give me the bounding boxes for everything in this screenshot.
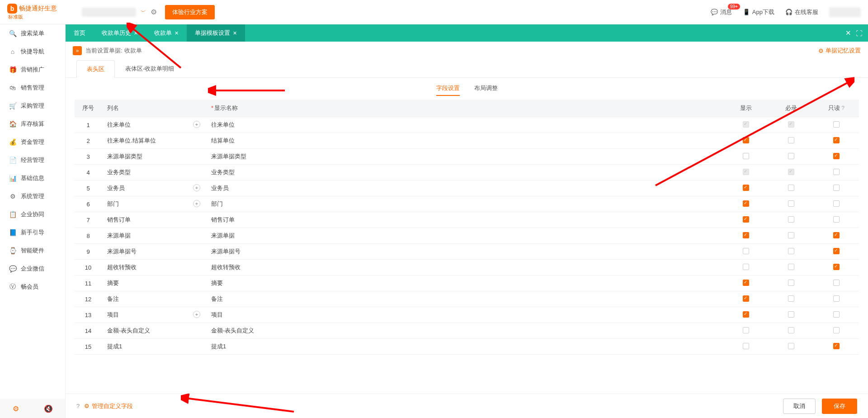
plus-icon[interactable]: + bbox=[193, 311, 200, 318]
checkbox[interactable] bbox=[788, 264, 794, 270]
settings-gear-icon[interactable]: ⚙ bbox=[13, 404, 19, 413]
checkbox[interactable] bbox=[743, 295, 749, 302]
help-circle-icon[interactable]: ? bbox=[76, 403, 80, 409]
gear-icon[interactable]: ⚙ bbox=[151, 8, 157, 16]
checkbox[interactable] bbox=[833, 137, 840, 143]
checkbox[interactable] bbox=[743, 343, 749, 349]
checkbox[interactable] bbox=[833, 343, 840, 349]
checkbox[interactable] bbox=[788, 200, 794, 207]
close-icon[interactable]: ✕ bbox=[233, 30, 237, 36]
cell-disp[interactable]: 往来单位 bbox=[206, 117, 723, 133]
checkbox[interactable] bbox=[788, 153, 794, 159]
sidebar-item-14[interactable]: Ⓥ畅会员 bbox=[0, 278, 65, 296]
help-icon[interactable]: ? bbox=[841, 105, 844, 111]
support-link[interactable]: 🎧 在线客服 bbox=[785, 8, 818, 16]
sidebar-item-11[interactable]: 📘新手引导 bbox=[0, 223, 65, 242]
sidebar-item-8[interactable]: 📊基础信息 bbox=[0, 169, 65, 187]
checkbox[interactable] bbox=[788, 311, 794, 318]
checkbox[interactable] bbox=[743, 280, 749, 286]
sidebar-item-12[interactable]: ⌚智能硬件 bbox=[0, 242, 65, 260]
save-button[interactable]: 保存 bbox=[822, 399, 857, 414]
cancel-button[interactable]: 取消 bbox=[783, 399, 816, 414]
checkbox[interactable] bbox=[833, 295, 840, 302]
sidebar-item-0[interactable]: 🔍搜索菜单 bbox=[0, 24, 65, 43]
cell-disp[interactable]: 业务类型 bbox=[206, 165, 723, 180]
sidebar-item-6[interactable]: 💰资金管理 bbox=[0, 133, 65, 151]
sub-tab-1[interactable]: 布局调整 bbox=[474, 84, 498, 96]
checkbox[interactable] bbox=[743, 327, 749, 333]
checkbox[interactable] bbox=[788, 248, 794, 254]
cell-disp[interactable]: 销售订单 bbox=[206, 212, 723, 228]
checkbox[interactable] bbox=[743, 137, 749, 143]
checkbox[interactable] bbox=[833, 232, 840, 238]
section-tab-1[interactable]: 表体区-收款单明细 bbox=[115, 60, 184, 77]
cell-disp[interactable]: 来源单据号 bbox=[206, 244, 723, 260]
fullscreen-icon[interactable]: ⛶ bbox=[856, 29, 863, 37]
try-industry-button[interactable]: 体验行业方案 bbox=[165, 5, 215, 19]
cell-disp[interactable]: 金额-表头自定义 bbox=[206, 323, 723, 339]
checkbox[interactable] bbox=[743, 185, 749, 191]
checkbox[interactable] bbox=[788, 216, 794, 223]
checkbox[interactable] bbox=[833, 121, 840, 128]
memory-settings-link[interactable]: ⚙ 单据记忆设置 bbox=[818, 47, 861, 55]
page-tab-2[interactable]: 收款单✕ bbox=[146, 24, 187, 42]
sidebar-item-5[interactable]: 🏠库存核算 bbox=[0, 115, 65, 133]
checkbox[interactable] bbox=[788, 232, 794, 238]
checkbox[interactable] bbox=[833, 311, 840, 318]
cell-disp[interactable]: 摘要 bbox=[206, 276, 723, 291]
page-tab-0[interactable]: 首页 bbox=[66, 24, 94, 42]
sidebar-item-7[interactable]: 📄经营管理 bbox=[0, 151, 65, 169]
checkbox[interactable] bbox=[743, 216, 749, 223]
sidebar-item-13[interactable]: 💬企业微信 bbox=[0, 260, 65, 278]
sub-tab-0[interactable]: 字段设置 bbox=[436, 84, 460, 96]
plus-icon[interactable]: + bbox=[193, 121, 200, 128]
cell-disp[interactable]: 来源单据类型 bbox=[206, 149, 723, 165]
checkbox[interactable] bbox=[743, 264, 749, 270]
sidebar-item-9[interactable]: ⚙系统管理 bbox=[0, 187, 65, 205]
plus-icon[interactable]: + bbox=[193, 200, 200, 207]
checkbox[interactable] bbox=[743, 200, 749, 207]
checkbox[interactable] bbox=[833, 185, 840, 191]
checkbox[interactable] bbox=[788, 343, 794, 349]
cell-disp[interactable]: 超收转预收 bbox=[206, 260, 723, 276]
checkbox[interactable] bbox=[833, 327, 840, 333]
tenant-selector[interactable]: ﹀ ⚙ bbox=[82, 8, 157, 17]
close-icon[interactable]: ✕ bbox=[134, 30, 138, 36]
fields-table-wrap[interactable]: 序号 列名 *显示名称 显示 必录 只读? 1往来单位+往来单位2往来单位.结算… bbox=[75, 100, 859, 394]
close-icon[interactable]: ✕ bbox=[175, 30, 179, 36]
cell-disp[interactable]: 来源单据 bbox=[206, 228, 723, 244]
sidebar-item-4[interactable]: 🛒采购管理 bbox=[0, 97, 65, 115]
expand-icon[interactable]: » bbox=[73, 46, 82, 55]
checkbox[interactable] bbox=[833, 248, 840, 254]
checkbox[interactable] bbox=[788, 295, 794, 302]
plus-icon[interactable]: + bbox=[193, 184, 200, 191]
sidebar-item-2[interactable]: 🎁营销推广 bbox=[0, 61, 65, 79]
page-tab-3[interactable]: 单据模板设置✕ bbox=[187, 24, 245, 42]
checkbox[interactable] bbox=[833, 216, 840, 223]
section-tab-0[interactable]: 表头区 bbox=[76, 60, 115, 78]
manage-custom-fields-link[interactable]: ⚙ 管理自定义字段 bbox=[84, 402, 133, 410]
page-tab-1[interactable]: 收款单历史✕ bbox=[94, 24, 146, 42]
sidebar-item-1[interactable]: ⌂快捷导航 bbox=[0, 43, 65, 61]
checkbox[interactable] bbox=[833, 169, 840, 175]
checkbox[interactable] bbox=[743, 153, 749, 159]
checkbox[interactable] bbox=[743, 248, 749, 254]
cell-disp[interactable]: 结算单位 bbox=[206, 133, 723, 149]
sidebar-item-3[interactable]: 🛍销售管理 bbox=[0, 79, 65, 97]
checkbox[interactable] bbox=[788, 327, 794, 333]
close-all-icon[interactable]: ✕ bbox=[845, 29, 851, 37]
checkbox[interactable] bbox=[788, 137, 794, 143]
checkbox[interactable] bbox=[833, 200, 840, 207]
checkbox[interactable] bbox=[743, 232, 749, 238]
cell-disp[interactable]: 备注 bbox=[206, 291, 723, 307]
cell-disp[interactable]: 部门 bbox=[206, 196, 723, 212]
sidebar-item-10[interactable]: 📋企业协同 bbox=[0, 205, 65, 223]
sound-icon[interactable]: 🔇 bbox=[44, 404, 53, 413]
checkbox[interactable] bbox=[743, 311, 749, 318]
checkbox[interactable] bbox=[833, 153, 840, 159]
cell-disp[interactable]: 提成1 bbox=[206, 339, 723, 355]
checkbox[interactable] bbox=[788, 185, 794, 191]
cell-disp[interactable]: 业务员 bbox=[206, 180, 723, 196]
cell-disp[interactable]: 项目 bbox=[206, 307, 723, 323]
checkbox[interactable] bbox=[833, 264, 840, 270]
